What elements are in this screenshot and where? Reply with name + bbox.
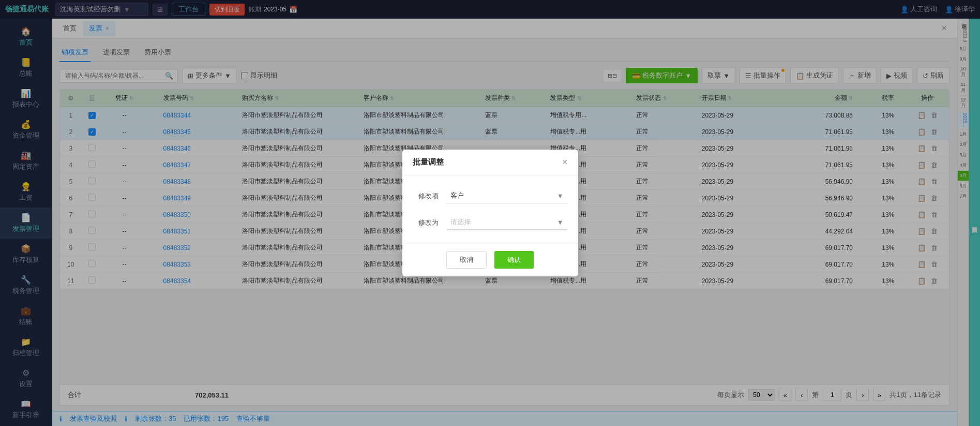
- confirm-btn[interactable]: 确认: [494, 251, 534, 269]
- modal-title: 批量调整: [413, 157, 444, 167]
- modal-field-label: 修改项: [413, 192, 439, 201]
- modal-change-row: 修改为 请选择 ▼: [413, 215, 568, 230]
- modal-footer: 取消 确认: [402, 243, 578, 276]
- modal-field-value: 客户: [450, 191, 464, 200]
- modal-change-select[interactable]: 请选择 ▼: [446, 215, 568, 230]
- batch-adjust-modal: 批量调整 × 修改项 客户 ▼ 修改为 请选择 ▼ 取消 确认: [402, 150, 578, 276]
- modal-close-btn[interactable]: ×: [562, 157, 568, 168]
- modal-body: 修改项 客户 ▼ 修改为 请选择 ▼: [402, 175, 578, 243]
- modal-change-placeholder: 请选择: [450, 217, 471, 227]
- change-chevron-icon: ▼: [557, 218, 564, 226]
- modal-field-select[interactable]: 客户 ▼: [446, 188, 568, 203]
- modal-change-label: 修改为: [413, 218, 439, 227]
- field-chevron-icon: ▼: [557, 192, 564, 200]
- cancel-btn[interactable]: 取消: [446, 251, 487, 269]
- modal-field-row: 修改项 客户 ▼: [413, 188, 568, 203]
- modal-header: 批量调整 ×: [402, 150, 578, 175]
- modal-overlay: 批量调整 × 修改项 客户 ▼ 修改为 请选择 ▼ 取消 确认: [0, 0, 980, 426]
